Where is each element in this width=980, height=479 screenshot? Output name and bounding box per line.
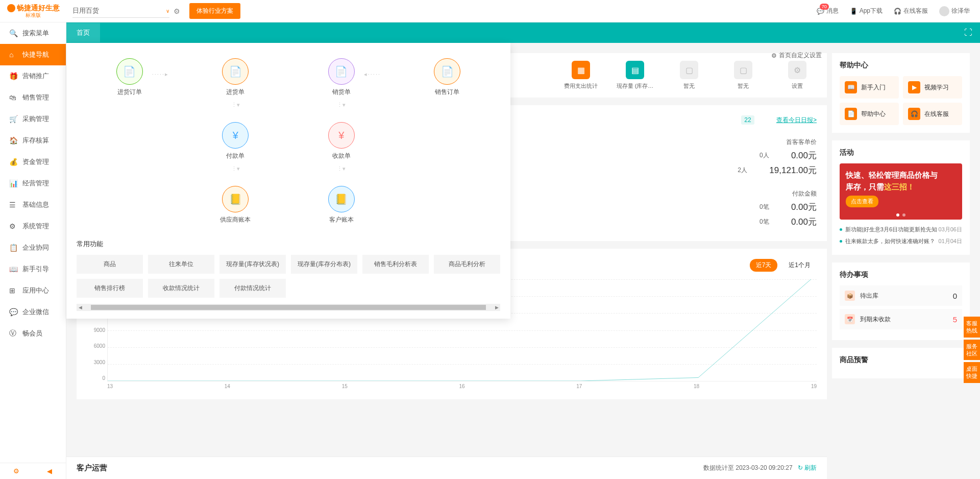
sidebar-item-member[interactable]: Ⓥ畅会员 [0, 323, 66, 344]
customize-link[interactable]: ⚙首页自定义设置 [771, 51, 822, 60]
sidebar-item-finance[interactable]: 💰资金管理 [0, 151, 66, 173]
sidebar-item-purchase[interactable]: 🛒采购管理 [0, 108, 66, 130]
messages-link[interactable]: 💬 70 消息 [817, 7, 839, 15]
warehouse-icon: 🏠 [9, 136, 17, 145]
vip-icon: Ⓥ [9, 329, 17, 338]
flow-payment-bill[interactable]: ¥ 付款单 [222, 122, 249, 160]
empty-icon: ▢ [680, 61, 698, 79]
flow-purchase-order[interactable]: 📄 进货订单 ·····▸ [116, 58, 143, 97]
common-btn-product-profit[interactable]: 商品毛利分析 [434, 255, 500, 274]
flow-purchase-bill[interactable]: 📄 进货单 [222, 58, 249, 97]
scroll-right-icon[interactable]: ▶ [493, 305, 500, 310]
float-community[interactable]: 服务社区 [964, 340, 980, 361]
news-item[interactable]: 新功能|好生意3月6日功能更新抢先知03月06日 [840, 224, 962, 235]
settings-icon: ⚙ [9, 222, 17, 230]
promo-button[interactable]: 点击查看 [846, 196, 878, 207]
fullscreen-icon[interactable]: ⛶ [957, 28, 980, 37]
flow-receipt-bill[interactable]: ¥ 收款单 [328, 122, 355, 160]
carousel-dot[interactable] [902, 213, 905, 217]
common-btn-sales-rank[interactable]: 销售排行榜 [77, 279, 143, 298]
help-center[interactable]: 📄帮助中心 [840, 103, 899, 125]
help-video[interactable]: ▶视频学习 [903, 76, 962, 99]
flow-sales-bill[interactable]: 📄 销货单 ◂····· [328, 58, 355, 97]
float-shortcut[interactable]: 桌面快捷 [964, 362, 980, 383]
logo-icon [7, 4, 15, 12]
category-select[interactable]: 日用百货 ∨ [72, 4, 169, 18]
float-hotline[interactable]: 客服热线 [964, 317, 980, 338]
flow-sales-order[interactable]: 📄 销售订单 [434, 58, 460, 97]
sidebar-item-guide[interactable]: 📖新手引导 [0, 258, 66, 280]
todo-overdue[interactable]: 📅到期未收款5 [840, 309, 962, 329]
qa-empty2[interactable]: ▢暂无 [724, 61, 763, 90]
chart-tab-7d[interactable]: 近7天 [750, 259, 778, 272]
book-icon: 📖 [845, 81, 857, 93]
daily-report-link[interactable]: 查看今日日报> [776, 116, 817, 125]
flow-customer-ledger[interactable]: 📒 客户账本 [328, 186, 355, 224]
sidebar-item-collab[interactable]: 📋企业协同 [0, 237, 66, 258]
sidebar-item-inventory[interactable]: 🏠库存核算 [0, 130, 66, 151]
apps-icon: ⊞ [9, 286, 17, 295]
chart-tab-1m[interactable]: 近1个月 [782, 259, 817, 272]
common-btn-stock-status[interactable]: 现存量(库存状况表) [219, 255, 286, 274]
tab-home[interactable]: 首页 [66, 23, 100, 42]
sidebar-collapse-icon[interactable]: ◀ [33, 463, 66, 479]
common-btn-product[interactable]: 商品 [77, 255, 143, 274]
flow-supplier-ledger[interactable]: 📒 供应商账本 [220, 186, 251, 224]
scrollbar-thumb[interactable] [91, 305, 486, 310]
stock-icon: ▤ [626, 61, 644, 79]
arrow-right-icon: ·····▸ [152, 71, 169, 78]
promo-banner[interactable]: 快速、轻松管理商品价格与 库存，只需这三招！ 点击查看 [840, 163, 962, 220]
gear-icon: ⚙ [771, 52, 777, 59]
news-item[interactable]: 往来账款太多，如何快速准确对账？01月04日 [840, 235, 962, 247]
headset-icon: 🎧 [908, 108, 920, 120]
sidebar: 🔍搜索菜单 ⌂快捷导航 🎁营销推广 🛍销售管理 🛒采购管理 🏠库存核算 💰资金管… [0, 22, 66, 479]
sidebar-settings-icon[interactable]: ⚙ [0, 463, 33, 479]
sidebar-item-marketing[interactable]: 🎁营销推广 [0, 65, 66, 87]
ledger-icon: 📒 [222, 186, 249, 212]
cart-icon: 🛍 [9, 93, 17, 102]
video-icon: ▶ [908, 81, 920, 93]
online-service-link[interactable]: 🎧在线客服 [894, 7, 928, 15]
doc-icon: 📄 [328, 58, 355, 85]
common-functions-title: 常用功能 [77, 240, 500, 249]
refresh-link[interactable]: ↻ 刷新 [798, 464, 817, 472]
todo-title: 待办事项 [840, 270, 962, 279]
qa-stock[interactable]: ▤现存量 (库存… [616, 61, 654, 90]
sidebar-item-operation[interactable]: 📊经营管理 [0, 173, 66, 194]
todo-pending-out[interactable]: 📦待出库0 [840, 285, 962, 306]
money-icon: 💰 [9, 158, 17, 166]
footer-title: 客户运营 [77, 463, 107, 473]
common-btn-receipt-stats[interactable]: 收款情况统计 [148, 279, 214, 298]
sidebar-item-basicinfo[interactable]: ☰基础信息 [0, 194, 66, 215]
common-btn-contact[interactable]: 往来单位 [148, 255, 214, 274]
common-btn-sales-profit[interactable]: 销售毛利分析表 [362, 255, 429, 274]
dropdown-scrollbar[interactable]: ◀ ▶ [77, 304, 500, 311]
sidebar-item-appcenter[interactable]: ⊞应用中心 [0, 280, 66, 301]
ledger-icon: 📒 [328, 186, 355, 212]
qa-empty1[interactable]: ▢暂无 [670, 61, 708, 90]
help-newbie[interactable]: 📖新手入门 [840, 76, 899, 99]
common-btn-payment-stats[interactable]: 付款情况统计 [219, 279, 286, 298]
gear-icon[interactable]: ⚙ [174, 7, 180, 15]
trial-button[interactable]: 体验行业方案 [189, 3, 240, 19]
help-service[interactable]: 🎧在线客服 [903, 103, 962, 125]
doc-icon: 📄 [116, 58, 143, 85]
sidebar-item-wechat[interactable]: 💬企业微信 [0, 301, 66, 323]
sidebar-item-search[interactable]: 🔍搜索菜单 [0, 22, 66, 44]
qa-expense-stats[interactable]: ▦费用支出统计 [561, 61, 600, 90]
doc-icon: 📄 [845, 108, 857, 120]
qa-settings[interactable]: ⚙设置 [778, 61, 817, 90]
sidebar-item-system[interactable]: ⚙系统管理 [0, 215, 66, 237]
user-menu[interactable]: 徐泽华 [939, 6, 970, 16]
app-download-link[interactable]: 📱App下载 [850, 7, 883, 15]
carousel-dot[interactable] [896, 213, 899, 217]
sidebar-item-quicknav[interactable]: ⌂快捷导航 [0, 44, 66, 65]
category-value: 日用百货 [72, 6, 99, 15]
common-btn-stock-dist[interactable]: 现存量(库存分布表) [291, 255, 357, 274]
scroll-left-icon[interactable]: ◀ [77, 305, 84, 310]
doc-icon: 📄 [434, 58, 460, 85]
money-icon: ¥ [328, 122, 355, 149]
headset-icon: 🎧 [894, 8, 901, 15]
avatar [939, 6, 949, 16]
sidebar-item-sales[interactable]: 🛍销售管理 [0, 87, 66, 108]
